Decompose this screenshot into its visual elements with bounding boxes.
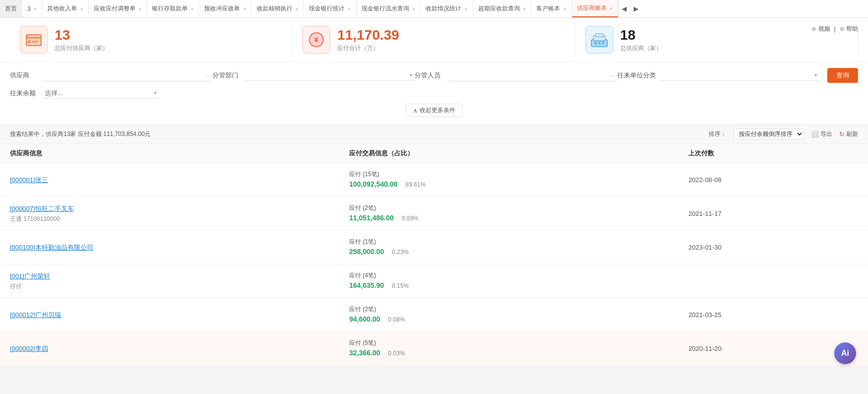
- nav-next-arrow[interactable]: ▶: [630, 0, 642, 18]
- supplier-input[interactable]: [45, 71, 203, 79]
- close-icon[interactable]: ×: [139, 6, 142, 12]
- video-link[interactable]: ⊙ 视频: [811, 25, 830, 33]
- supplier-table: 供应商信息 应付交易信息（占比） 上次付数 [000001]张三 应付 (15笔…: [0, 144, 868, 366]
- collapse-icon: ∧: [413, 107, 418, 114]
- last-payment-col: 2022-08-08: [688, 176, 858, 184]
- supplier-input-wrap[interactable]: ···: [43, 70, 213, 81]
- close-icon[interactable]: ×: [348, 6, 351, 12]
- summary-links: ⊙ 视频 | ⊙ 帮助: [811, 25, 858, 33]
- person-filter-label: 分管人员: [415, 71, 444, 80]
- nav-tab-ar-ap-adjust[interactable]: 应收应付调整单 ×: [89, 0, 147, 17]
- payable-label: 应付 (1笔): [349, 238, 688, 246]
- nav-tab-receipt-stat[interactable]: 收款情况统计 ×: [421, 0, 473, 17]
- payable-row: 164,635.90 0.15%: [349, 280, 688, 291]
- collapse-button[interactable]: ∧ 收起更多条件: [406, 104, 463, 117]
- filter-item-balance: 往来余额 ▾: [10, 88, 159, 99]
- last-payment-date: 2021-03-25: [688, 311, 722, 319]
- payable-row: 258,000.00 0.23%: [349, 246, 688, 257]
- payable-pct: 0.03%: [388, 350, 405, 357]
- payable-info-col: 应付 (2笔) 94,600.00 0.08%: [349, 305, 688, 325]
- suppliers-with-payable-label: 总应付供应商（家）: [55, 44, 108, 53]
- filter-row-1: 供应商 ··· 分管部门 ▾ 分管人员 ··· 往来单位分类: [10, 68, 858, 83]
- payable-total-icon: ¥: [302, 26, 330, 54]
- dept-select-wrap[interactable]: ▾: [245, 70, 415, 81]
- person-input[interactable]: [449, 71, 607, 79]
- dept-input[interactable]: [247, 71, 408, 79]
- person-input-wrap[interactable]: ···: [447, 70, 617, 81]
- ai-assistant-button[interactable]: Ai: [834, 342, 856, 364]
- last-payment-col: 2021-03-25: [688, 311, 858, 319]
- result-bar: 搜索结果中，供应商13家 应付金额 111,703,854.00元 排序： 按应…: [0, 125, 868, 144]
- filter-row-2: 往来余额 ▾: [10, 88, 159, 99]
- payable-label: 应付 (4笔): [349, 271, 688, 280]
- nav-tab-cash-flow-label: 现金银行流水查询: [362, 4, 409, 13]
- close-icon[interactable]: ×: [523, 6, 526, 12]
- result-bar-actions: 排序： 按应付余额倒序排序 按应付余额升序排序 按供应商名称排序 ⬜ 导出 ↻ …: [709, 129, 858, 139]
- table-row: [000007]恒旺二手叉车 王通 17106110000 应付 (2笔) 11…: [0, 197, 868, 231]
- nav-tab-prepaid-ar[interactable]: 预收冲应收单 ×: [199, 0, 251, 17]
- sort-label: 排序：: [709, 130, 726, 138]
- nav-tab-supplier-book[interactable]: 供应商账本 ×: [572, 0, 618, 17]
- nav-prev-arrow[interactable]: ◀: [618, 0, 630, 18]
- export-label: 导出: [820, 130, 832, 138]
- nav-tab-cash-flow[interactable]: 现金银行流水查询 ×: [357, 0, 421, 17]
- nav-tab-customer-book[interactable]: 客户账本 ×: [531, 0, 572, 17]
- payable-label: 应付 (2笔): [349, 204, 688, 212]
- nav-tab-ar-ap-adjust-label: 应收应付调整单: [94, 4, 136, 13]
- payable-pct: 89.61%: [406, 181, 426, 188]
- nav-tab-bank-deposit[interactable]: 银行存取款单 ×: [147, 0, 199, 17]
- sort-select[interactable]: 按应付余额倒序排序 按应付余额升序排序 按供应商名称排序: [733, 129, 804, 139]
- refresh-button[interactable]: ↻ 刷新: [839, 130, 858, 138]
- payable-row: 94,600.00 0.08%: [349, 314, 688, 325]
- total-suppliers-number: 18: [620, 27, 662, 44]
- payable-info-col: 应付 (1笔) 258,000.00 0.23%: [349, 238, 688, 257]
- close-icon[interactable]: ×: [412, 6, 415, 12]
- supplier-info-col: [000012]广州贝瑞: [10, 311, 349, 320]
- nav-tab-overdue-ar[interactable]: 超期应收款查询 ×: [473, 0, 531, 17]
- close-icon[interactable]: ×: [34, 6, 37, 12]
- close-icon[interactable]: ×: [464, 6, 467, 12]
- export-button[interactable]: ⬜ 导出: [811, 130, 832, 138]
- refresh-label: 刷新: [846, 130, 858, 138]
- payable-row: 11,051,486.00 9.89%: [349, 212, 688, 223]
- supplier-name-link[interactable]: [000001]张三: [10, 176, 349, 185]
- filter-area: 供应商 ··· 分管部门 ▾ 分管人员 ··· 往来单位分类: [0, 62, 868, 125]
- supplier-name-link[interactable]: [000007]恒旺二手叉车: [10, 204, 349, 213]
- close-icon[interactable]: ×: [563, 6, 566, 12]
- supplier-name-link[interactable]: [000002]李四: [10, 344, 349, 353]
- payable-row: 32,366.00 0.03%: [349, 347, 688, 358]
- supplier-sub-info: 仔仔: [10, 282, 349, 291]
- balance-select-wrap[interactable]: ▾: [43, 88, 159, 99]
- payable-total-label: 应付合计（万）: [337, 44, 399, 53]
- close-icon[interactable]: ×: [80, 6, 83, 12]
- category-input[interactable]: [661, 71, 813, 79]
- search-button[interactable]: 查询: [827, 68, 858, 83]
- payable-label: 应付 (15笔): [349, 170, 688, 179]
- nav-tab-other-income[interactable]: 其他收入单 ×: [42, 0, 88, 17]
- category-select-wrap[interactable]: ▾: [659, 70, 820, 81]
- nav-tab-receipt-verify[interactable]: 收款核销执行 ×: [252, 0, 304, 17]
- summary-text-suppliers-with-payable: 13 总应付供应商（家）: [55, 27, 108, 53]
- result-summary-text: 搜索结果中，供应商13家 应付金额 111,703,854.00元: [10, 130, 150, 138]
- payable-pct: 0.08%: [388, 316, 405, 323]
- payable-info-col: 应付 (5笔) 32,366.00 0.03%: [349, 339, 688, 358]
- payable-amount: 94,600.00: [349, 315, 380, 323]
- supplier-name-link[interactable]: [000012]广州贝瑞: [10, 311, 349, 320]
- close-icon[interactable]: ×: [191, 6, 194, 12]
- supplier-payable-icon: [20, 26, 48, 54]
- balance-input[interactable]: [45, 89, 152, 97]
- close-icon[interactable]: ×: [610, 5, 613, 11]
- close-icon[interactable]: ×: [295, 6, 298, 12]
- supplier-info-col: [000001]张三: [10, 176, 349, 185]
- nav-tab-3[interactable]: 3 ×: [22, 0, 42, 17]
- supplier-name-link[interactable]: [001]广州荣轩: [10, 272, 349, 281]
- chevron-down-icon: ▾: [814, 72, 817, 78]
- help-link[interactable]: ⊙ 帮助: [840, 25, 858, 33]
- nav-tab-cash-bank-stat[interactable]: 现金银行统计 ×: [304, 0, 356, 17]
- payable-label: 应付 (2笔): [349, 305, 688, 314]
- close-icon[interactable]: ×: [243, 6, 246, 12]
- nav-tab-home[interactable]: 首页: [0, 0, 22, 17]
- supplier-name-link[interactable]: [000100]本特勤油品有限公司: [10, 243, 349, 252]
- table-row: [000002]李四 应付 (5笔) 32,366.00 0.03% 2020-…: [0, 332, 868, 366]
- svg-point-1: [28, 40, 31, 43]
